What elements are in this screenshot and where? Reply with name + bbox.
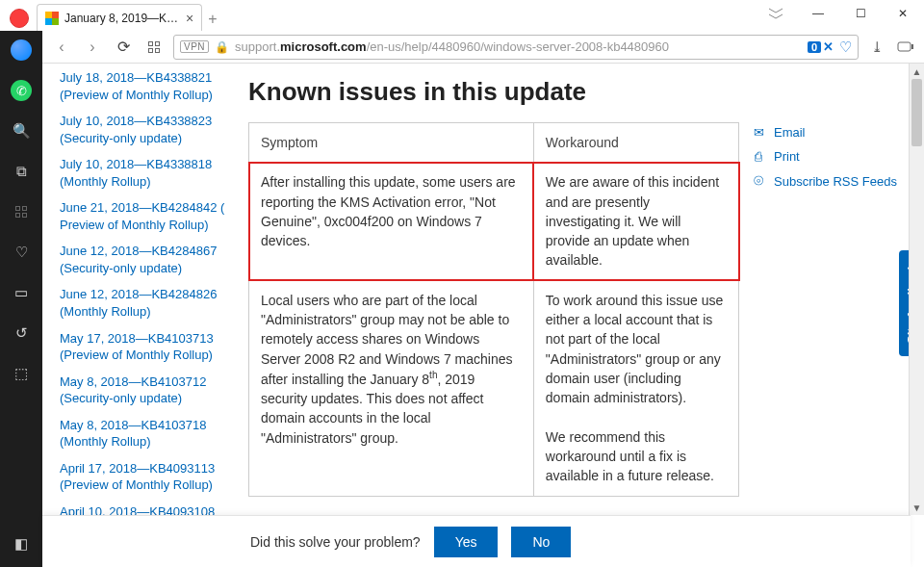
sidebar-link[interactable]: July 18, 2018—KB4338821 (Preview of Mont… xyxy=(60,69,225,103)
sidebar-link[interactable]: June 12, 2018—KB4284826 (Monthly Rollup) xyxy=(60,286,225,320)
tab-close-button[interactable]: × xyxy=(186,12,193,25)
battery-saver-icon[interactable] xyxy=(895,37,916,58)
scroll-thumb[interactable] xyxy=(911,79,922,146)
sidebar-link[interactable]: July 10, 2018—KB4338823 (Security-only u… xyxy=(60,113,225,146)
scroll-down-arrow[interactable]: ▼ xyxy=(910,500,924,515)
adblock-badge[interactable]: 0✕ xyxy=(808,39,834,54)
feedback-prompt-bar: Did this solve your problem? Yes No xyxy=(42,515,911,567)
sidebar-link[interactable]: July 10, 2018—KB4338818 (Monthly Rollup) xyxy=(60,156,225,190)
article-actions: ✉Email ⎙Print ⦾Subscribe RSS Feeds xyxy=(751,125,897,198)
sidebar-link[interactable]: June 12, 2018—KB4284867 (Security-only u… xyxy=(60,243,225,276)
nav-back-button[interactable]: ‹ xyxy=(50,36,73,59)
address-bar[interactable]: VPN 🔒 support.microsoft.com/en-us/help/4… xyxy=(173,35,859,60)
easy-setup-icon[interactable] xyxy=(755,0,797,27)
table-row: Local users who are part of the local "A… xyxy=(249,280,739,496)
sidebar-toggle-icon[interactable]: ◧ xyxy=(8,530,35,557)
opera-sidebar: ✆ 🔍 ⧉ ♡ ▭ ↺ ⬚ ◧ xyxy=(0,31,42,567)
url-text: support.microsoft.com/en-us/help/4480960… xyxy=(235,39,802,54)
page-content: July 18, 2018—KB4338821 (Preview of Mont… xyxy=(42,64,924,567)
cell-workaround: To work around this issue use either a l… xyxy=(533,280,738,496)
messenger-icon[interactable] xyxy=(8,37,35,64)
prompt-yes-button[interactable]: Yes xyxy=(434,527,499,557)
history-icon[interactable]: ↺ xyxy=(8,320,35,347)
extensions-icon[interactable]: ⬚ xyxy=(8,360,35,387)
page-heading: Known issues in this update xyxy=(248,77,911,107)
whatsapp-icon[interactable]: ✆ xyxy=(8,77,35,104)
vertical-scrollbar[interactable]: ▲ ▼ xyxy=(909,64,924,515)
window-maximize-button[interactable]: ☐ xyxy=(839,0,882,27)
window-minimize-button[interactable]: ― xyxy=(797,0,839,27)
sidebar-link[interactable]: May 17, 2018—KB4103713 (Preview of Month… xyxy=(60,330,225,364)
prompt-text: Did this solve your problem? xyxy=(250,534,421,550)
col-symptom: Symptom xyxy=(249,123,534,163)
rss-action[interactable]: ⦾Subscribe RSS Feeds xyxy=(751,173,897,189)
sidebar-link[interactable]: April 17, 2018—KB4093113 (Preview of Mon… xyxy=(60,460,225,494)
speeddial-icon[interactable] xyxy=(8,198,35,225)
known-issues-table: Symptom Workaround After installing this… xyxy=(248,122,739,497)
window-titlebar: January 8, 2019—KB4480960 × + ― ☐ ✕ xyxy=(0,0,924,31)
lock-icon[interactable]: 🔒 xyxy=(215,40,229,54)
rss-icon: ⦾ xyxy=(751,173,766,189)
svg-rect-1 xyxy=(911,44,913,49)
email-action[interactable]: ✉Email xyxy=(751,125,897,140)
bookmarks-heart-icon[interactable]: ♡ xyxy=(8,239,35,266)
table-row: After installing this update, some users… xyxy=(249,163,739,280)
article-main: Known issues in this update Symptom Work… xyxy=(235,64,924,567)
scroll-up-arrow[interactable]: ▲ xyxy=(910,64,924,79)
microsoft-favicon xyxy=(45,12,59,25)
vpn-badge[interactable]: VPN xyxy=(180,40,209,53)
sidebar-link[interactable]: May 8, 2018—KB4103712 (Security-only upd… xyxy=(60,374,225,407)
browser-tab[interactable]: January 8, 2019—KB4480960 × xyxy=(37,4,202,31)
news-icon[interactable]: ▭ xyxy=(8,279,35,306)
cell-workaround: We are aware of this incident and are pr… xyxy=(533,163,738,280)
article-sidebar: July 18, 2018—KB4338821 (Preview of Mont… xyxy=(42,64,235,567)
snapshot-icon[interactable]: ⧉ xyxy=(8,158,35,185)
opera-logo[interactable] xyxy=(10,9,29,28)
tab-title: January 8, 2019—KB4480960 xyxy=(64,12,180,25)
window-close-button[interactable]: ✕ xyxy=(882,0,924,27)
downloads-icon[interactable]: ⤓ xyxy=(866,37,887,58)
sidebar-link[interactable]: May 8, 2018—KB4103718 (Monthly Rollup) xyxy=(60,417,225,451)
address-bar-row: ‹ › ⟳ VPN 🔒 support.microsoft.com/en-us/… xyxy=(42,31,924,64)
svg-rect-0 xyxy=(898,42,911,51)
print-action[interactable]: ⎙Print xyxy=(751,149,897,164)
nav-forward-button[interactable]: › xyxy=(81,36,104,59)
cell-symptom: After installing this update, some users… xyxy=(249,163,534,280)
search-icon[interactable]: 🔍 xyxy=(8,117,35,144)
print-icon: ⎙ xyxy=(751,149,766,164)
bookmark-heart-icon[interactable]: ♡ xyxy=(839,39,852,56)
sidebar-link[interactable]: June 21, 2018—KB4284842 ( Preview of Mon… xyxy=(60,199,225,233)
prompt-no-button[interactable]: No xyxy=(511,527,571,557)
email-icon: ✉ xyxy=(751,125,766,140)
reload-button[interactable]: ⟳ xyxy=(112,36,135,59)
cell-symptom: Local users who are part of the local "A… xyxy=(249,280,534,496)
new-tab-button[interactable]: + xyxy=(208,11,217,28)
col-workaround: Workaround xyxy=(533,123,738,163)
speed-dial-button[interactable] xyxy=(142,36,166,59)
